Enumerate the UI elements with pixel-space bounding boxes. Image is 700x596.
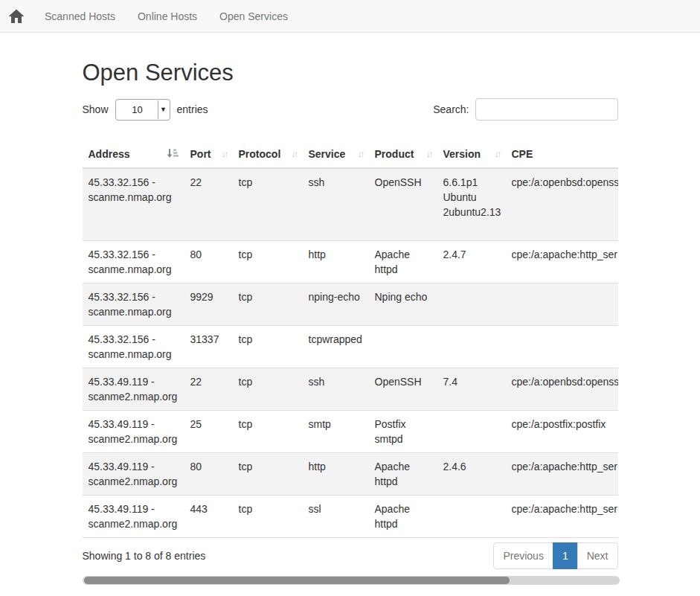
column-header-protocol[interactable]: Protocol↓↑ [233, 141, 303, 168]
cell-service: smtp [303, 410, 369, 452]
table-header-row: AddressPort↓↑Protocol↓↑Service↓↑Product↓… [83, 141, 618, 168]
cell-version: 2.4.7 [437, 240, 506, 283]
column-label: Port [190, 148, 211, 160]
column-header-cpe[interactable]: CPE [506, 141, 618, 168]
column-header-port[interactable]: Port↓↑ [184, 141, 233, 168]
cell-service: http [303, 240, 369, 283]
table-row: 45.33.49.119 - scanme2.nmap.org80tcphttp… [83, 452, 618, 495]
navbar: Scanned Hosts Online Hosts Open Services [0, 0, 700, 33]
cell-product: OpenSSH [369, 368, 437, 410]
cell-service: nping-echo [303, 283, 369, 325]
cell-product: Postfix smtpd [369, 410, 437, 452]
page-title: Open Services [83, 60, 618, 86]
search-input[interactable] [475, 98, 618, 121]
cell-port: 22 [184, 168, 233, 240]
cell-address: 45.33.49.119 - scanme2.nmap.org [83, 410, 184, 452]
column-label: Protocol [239, 148, 281, 160]
cell-protocol: tcp [233, 368, 303, 410]
nav-item-scanned-hosts[interactable]: Scanned Hosts [33, 0, 126, 32]
horizontal-scrollbar-thumb[interactable] [84, 577, 510, 584]
cell-protocol: tcp [233, 410, 303, 452]
table-row: 45.33.49.119 - scanme2.nmap.org443tcpssl… [83, 495, 618, 537]
home-icon [7, 7, 26, 25]
column-header-version[interactable]: Version↓↑ [437, 141, 506, 168]
cell-protocol: tcp [233, 240, 303, 283]
pagination-next[interactable]: Next [578, 542, 618, 569]
cell-port: 25 [184, 410, 233, 452]
page-length-control: Show 10 ▼ entries [83, 99, 208, 121]
column-header-service[interactable]: Service↓↑ [303, 141, 369, 168]
cell-protocol: tcp [233, 452, 303, 495]
cell-cpe: cpe:/a:apache:http_ser [506, 495, 618, 537]
cell-version: 6.6.1p1 Ubuntu 2ubuntu2.13 [437, 168, 506, 240]
cell-cpe: cpe:/a:apache:http_ser [506, 452, 618, 495]
column-label: Version [443, 148, 481, 160]
cell-protocol: tcp [233, 283, 303, 325]
pagination-previous[interactable]: Previous [493, 542, 553, 569]
column-label: Service [309, 148, 346, 160]
sort-both-icon: ↓↑ [222, 147, 227, 161]
table-row: 45.33.32.156 - scanme.nmap.org31337tcptc… [83, 325, 618, 368]
sort-both-icon: ↓↑ [292, 147, 297, 161]
cell-product: Nping echo [369, 283, 437, 325]
cell-product: Apache httpd [369, 240, 437, 283]
cell-port: 80 [184, 452, 233, 495]
sort-ascending-icon [167, 148, 179, 158]
cell-port: 80 [184, 240, 233, 283]
main-content: Open Services Show 10 ▼ entries Search: … [71, 60, 629, 585]
entries-label: entries [177, 103, 208, 115]
cell-address: 45.33.32.156 - scanme.nmap.org [83, 283, 184, 325]
cell-protocol: tcp [233, 495, 303, 537]
home-link[interactable] [0, 0, 33, 32]
nav-item-online-hosts[interactable]: Online Hosts [126, 0, 208, 32]
cell-service: ssh [303, 368, 369, 410]
chevron-down-icon: ▼ [158, 100, 169, 119]
cell-service: ssl [303, 495, 369, 537]
sort-both-icon: ↓↑ [495, 147, 500, 161]
cell-cpe: cpe:/a:openbsd:openss [506, 368, 618, 410]
cell-product: Apache httpd [369, 452, 437, 495]
cell-address: 45.33.49.119 - scanme2.nmap.org [83, 452, 184, 495]
table-row: 45.33.49.119 - scanme2.nmap.org22tcpsshO… [83, 368, 618, 410]
search-label: Search: [433, 103, 469, 115]
nav-item-open-services[interactable]: Open Services [208, 0, 299, 32]
column-label: Product [375, 148, 414, 160]
cell-protocol: tcp [233, 325, 303, 368]
cell-cpe: cpe:/a:postfix:postfix [506, 410, 618, 452]
cell-port: 9929 [184, 283, 233, 325]
column-label: CPE [512, 148, 533, 160]
show-label: Show [83, 103, 109, 115]
cell-product [369, 325, 437, 368]
cell-address: 45.33.32.156 - scanme.nmap.org [83, 168, 184, 240]
column-header-product[interactable]: Product↓↑ [369, 141, 437, 168]
cell-version [437, 325, 506, 368]
cell-port: 22 [184, 368, 233, 410]
table-row: 45.33.32.156 - scanme.nmap.org9929tcpnpi… [83, 283, 618, 325]
cell-cpe: cpe:/a:apache:http_ser [506, 240, 618, 283]
open-services-table: AddressPort↓↑Protocol↓↑Service↓↑Product↓… [83, 141, 618, 538]
cell-product: Apache httpd [369, 495, 437, 537]
cell-port: 443 [184, 495, 233, 537]
cell-cpe [506, 283, 618, 325]
cell-cpe [506, 325, 618, 368]
page-size-select[interactable]: 10 ▼ [115, 99, 170, 121]
table-scroll-container: AddressPort↓↑Protocol↓↑Service↓↑Product↓… [83, 141, 618, 538]
cell-version [437, 283, 506, 325]
column-header-address[interactable]: Address [83, 141, 184, 168]
cell-address: 45.33.49.119 - scanme2.nmap.org [83, 368, 184, 410]
cell-port: 31337 [184, 325, 233, 368]
cell-protocol: tcp [233, 168, 303, 240]
table-row: 45.33.32.156 - scanme.nmap.org80tcphttpA… [83, 240, 618, 283]
horizontal-scrollbar-track[interactable] [83, 576, 620, 585]
cell-version: 7.4 [437, 368, 506, 410]
column-label: Address [89, 148, 130, 160]
cell-cpe: cpe:/a:openbsd:openss [506, 168, 618, 240]
cell-address: 45.33.32.156 - scanme.nmap.org [83, 240, 184, 283]
cell-service: http [303, 452, 369, 495]
search-control: Search: [433, 98, 617, 121]
cell-service: ssh [303, 168, 369, 240]
cell-version: 2.4.6 [437, 452, 506, 495]
pagination-page-1[interactable]: 1 [553, 542, 578, 569]
cell-product: OpenSSH [369, 168, 437, 240]
cell-address: 45.33.32.156 - scanme.nmap.org [83, 325, 184, 368]
